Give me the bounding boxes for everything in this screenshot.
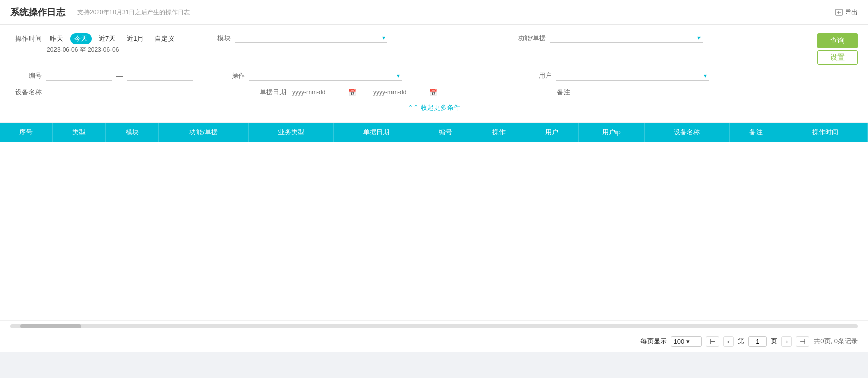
page-size-select[interactable]: 100 ▾ [671,336,702,347]
table-col-备注: 备注 [730,123,782,142]
code-input-start[interactable] [46,71,112,81]
page-label: 第 [738,337,744,346]
data-table: 序号类型模块功能/单据业务类型单据日期编号操作用户用户ip设备名称备注操作时间 [0,123,868,321]
table-header: 序号类型模块功能/单据业务类型单据日期编号操作用户用户ip设备名称备注操作时间 [0,123,868,142]
time-range-display: 2023-06-06 至 2023-06-06 [46,46,179,54]
pagination-bar: 每页显示 100 ▾ ⊢ ‹ 第 页 › ⊣ 共0页, 0条记录 [0,331,868,352]
collapse-icon: ⌃⌃ [408,104,419,111]
function-select[interactable]: ▾ [550,33,703,43]
last-page-button[interactable]: ⊣ [796,336,809,347]
collapse-label: 收起更多条件 [421,104,460,111]
device-input[interactable] [46,87,229,97]
user-chevron-icon: ▾ [704,72,707,79]
operation-select[interactable]: ▾ [249,71,402,81]
page-size-label: 每页显示 [640,337,667,346]
operation-chevron-icon: ▾ [397,72,400,79]
table-col-序号: 序号 [0,123,52,142]
calendar-start-icon[interactable]: 📅 [348,89,356,96]
table-col-用户: 用户 [525,123,578,142]
user-label: 用户 [520,71,556,80]
empty-row [0,142,868,320]
operation-label: 操作 [213,71,249,80]
user-select[interactable]: ▾ [556,71,709,81]
table-col-设备名称: 设备名称 [644,123,729,142]
table-col-业务类型: 业务类型 [248,123,333,142]
remark-label: 备注 [539,88,574,97]
function-label: 功能/单据 [509,34,550,43]
table-col-模块: 模块 [106,123,159,142]
table-body [0,142,868,320]
table-col-功能/单据: 功能/单据 [159,123,248,142]
settings-button[interactable]: 设置 [817,50,858,65]
date-label: 单据日期 [249,88,290,97]
module-label: 模块 [199,34,235,43]
page-title: 系统操作日志 [10,6,65,18]
first-page-button[interactable]: ⊢ [706,336,719,347]
code-label: 编号 [10,71,46,80]
horizontal-scrollbar[interactable] [10,324,858,328]
time-btn-custom[interactable]: 自定义 [151,33,179,44]
table-col-编号: 编号 [419,123,472,142]
date-end-input[interactable] [371,88,427,97]
table-col-操作: 操作 [472,123,525,142]
module-chevron-icon: ▾ [382,34,385,41]
export-icon [835,9,843,16]
prev-page-button[interactable]: ‹ [723,336,734,347]
table-col-操作时间: 操作时间 [782,123,868,142]
table-col-用户ip: 用户ip [578,123,644,142]
time-btn-7days[interactable]: 近7天 [95,33,120,44]
page-unit: 页 [771,337,777,346]
code-input-end[interactable] [127,71,193,81]
export-button[interactable]: 导出 [835,8,858,17]
filter-panel: 操作时间 昨天 今天 近7天 近1月 自定义 2023-06-06 至 2023… [0,25,868,122]
action-buttons: 查询 设置 [817,33,858,65]
table-section: 序号类型模块功能/单据业务类型单据日期编号操作用户用户ip设备名称备注操作时间 [0,123,868,321]
table-col-单据日期: 单据日期 [334,123,419,142]
page-header: 系统操作日志 支持2020年10月31日之后产生的操作日志 导出 [0,0,868,25]
remark-input[interactable] [574,87,717,97]
table-header-row: 序号类型模块功能/单据业务类型单据日期编号操作用户用户ip设备名称备注操作时间 [0,123,868,142]
total-summary: 共0页, 0条记录 [814,337,858,346]
date-input-group: 📅 — 📅 [290,88,437,97]
module-select[interactable]: ▾ [235,33,387,43]
page-subtitle: 支持2020年10月31日之后产生的操作日志 [77,8,190,17]
time-filter-group: 昨天 今天 近7天 近1月 自定义 2023-06-06 至 2023-06-0… [46,33,179,54]
table-col-类型: 类型 [52,123,105,142]
page-size-chevron-icon: ▾ [686,338,690,345]
page-size-value: 100 [674,338,685,345]
page-number-input[interactable] [748,336,767,347]
function-chevron-icon: ▾ [697,34,701,41]
date-start-input[interactable] [290,88,346,97]
scrollbar-thumb[interactable] [20,324,81,328]
next-page-button[interactable]: › [781,336,792,347]
empty-cell [0,142,868,320]
device-label: 设备名称 [10,88,46,97]
time-label: 操作时间 [10,33,46,43]
time-btn-yesterday[interactable]: 昨天 [46,33,67,44]
time-btn-today[interactable]: 今天 [70,33,92,44]
time-btn-1month[interactable]: 近1月 [123,33,148,44]
collapse-bar[interactable]: ⌃⌃ 收起更多条件 [10,100,858,118]
query-button[interactable]: 查询 [817,33,858,48]
calendar-end-icon[interactable]: 📅 [429,89,437,96]
scrollbar-area [0,321,868,331]
